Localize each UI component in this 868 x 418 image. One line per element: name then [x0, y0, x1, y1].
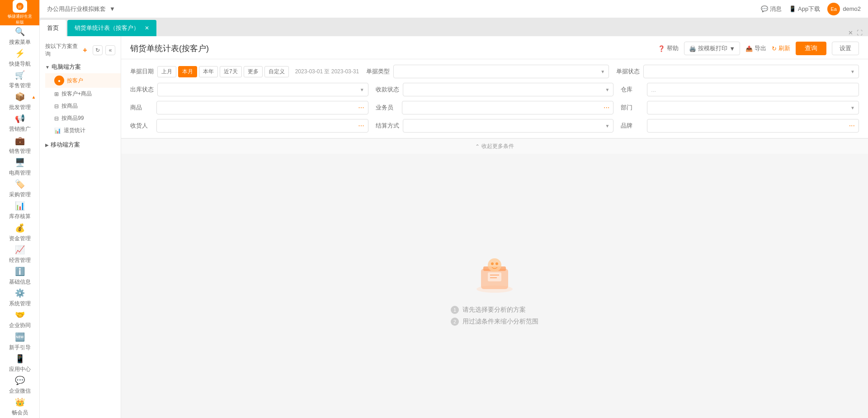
ecommerce-icon: 🖥️ — [15, 157, 25, 167]
sidebar-item-inventory[interactable]: 📊 库存核算 — [0, 200, 40, 222]
refresh-btn[interactable]: ↻ 刷新 — [772, 44, 790, 52]
date-btn-this-year[interactable]: 本年 — [199, 66, 218, 77]
goods-input[interactable]: ··· — [156, 101, 368, 114]
goods99-icon: ⊟ — [54, 115, 59, 122]
date-btn-last-7-days[interactable]: 近7天 — [220, 66, 242, 77]
date-btn-custom[interactable]: 自定义 — [264, 66, 289, 77]
tab-home-label: 首页 — [47, 24, 59, 32]
filter-warehouse-field: 仓库 ... — [621, 83, 859, 96]
date-btn-more[interactable]: 更多 — [244, 66, 263, 77]
template-print-btn[interactable]: 🖨️ 按模板打印 ▼ — [684, 42, 740, 55]
user-menu-btn[interactable]: Ea demo2 — [827, 3, 861, 15]
sidebar-item-wholesale[interactable]: 📦 批发管理 ▲ — [0, 91, 40, 113]
hint-text-1: 请先选择要分析的方案 — [462, 306, 526, 314]
operations-icon: 📈 — [15, 245, 25, 255]
sidebar-item-finance[interactable]: 💰 资金管理 — [0, 222, 40, 243]
tab-close-icon[interactable]: ✕ — [145, 25, 149, 31]
export-btn[interactable]: 📤 导出 — [745, 44, 766, 52]
help-btn[interactable]: ❓ 帮助 — [658, 44, 679, 52]
sidebar-label-marketing: 营销推广 — [9, 125, 31, 133]
tree-category-pc[interactable]: ▼ 电脑端方案 — [40, 61, 121, 73]
tab-sales-stat[interactable]: 销货单统计表（按客户） ✕ — [67, 20, 157, 36]
tree-item-return-stat[interactable]: 📊 退货统计 — [45, 124, 121, 137]
sidebar-item-ecommerce[interactable]: 🖥️ 电商管理 — [0, 156, 40, 178]
maximize-window-icon[interactable]: ⛶ — [857, 29, 863, 36]
doc-type-label: 单据类型 — [366, 67, 390, 76]
doc-type-input[interactable]: ▼ — [393, 65, 609, 78]
purchase-icon: 🏷️ — [15, 179, 25, 189]
sidebar-label-wechat: 企业微信 — [9, 387, 31, 395]
page-title-bar: 销货单统计表(按客户) ❓ 帮助 🖨️ 按模板打印 ▼ 📤 导出 — [121, 36, 868, 59]
date-btn-this-month[interactable]: 本月 — [178, 66, 197, 77]
filter-dept-field: 部门 ▼ — [621, 101, 859, 114]
settlement-input[interactable]: ▼ — [403, 119, 614, 133]
out-status-input[interactable]: ▼ — [157, 83, 368, 96]
filter-doc-type-field: 单据类型 ▼ — [366, 65, 609, 78]
logo-text: 畅捷通好生意 — [8, 14, 32, 19]
tree-item-by-customer[interactable]: ● 按客户 — [45, 73, 121, 88]
recipient-label: 收货人 — [130, 122, 153, 130]
add-plan-btn[interactable]: + — [80, 45, 90, 55]
sidebar-item-operations[interactable]: 📈 经营管理 — [0, 243, 40, 265]
brand-input[interactable]: ··· — [647, 119, 859, 133]
customer-dot-icon: ● — [58, 78, 61, 83]
tree-label-customer-goods: 按客户+商品 — [61, 90, 92, 98]
message-btn[interactable]: 💬 消息 — [761, 5, 782, 13]
date-btn-last-month[interactable]: 上月 — [157, 66, 176, 77]
receipt-status-input[interactable]: ▼ — [403, 83, 614, 96]
sidebar-item-wechat[interactable]: 💬 企业微信 — [0, 375, 40, 396]
recipient-input[interactable]: ··· — [156, 119, 368, 133]
tree-item-by-goods[interactable]: ⊟ 按商品 — [45, 100, 121, 112]
filter-recipient-field: 收货人 ··· — [130, 119, 368, 133]
sidebar-label-finance: 资金管理 — [9, 235, 31, 242]
sidebar-item-cooperation[interactable]: 🤝 企业协同 — [0, 309, 40, 331]
sidebar-item-basic-info[interactable]: ℹ️ 基础信息 — [0, 265, 40, 287]
doc-status-input[interactable]: ▼ — [643, 65, 859, 78]
warehouse-placeholder: ... — [651, 86, 656, 93]
sidebar-item-marketing[interactable]: 📢 营销推广 — [0, 113, 40, 134]
sidebar-item-sales[interactable]: 💼 销售管理 — [0, 134, 40, 156]
dept-input[interactable]: ▼ — [647, 101, 859, 114]
print-icon: 🖨️ — [689, 45, 696, 52]
breadcrumb-dropdown-icon[interactable]: ▼ — [109, 5, 115, 12]
svg-text:好: 好 — [18, 5, 22, 9]
filter-row-4: 收货人 ··· 结算方式 ▼ 品牌 — [130, 119, 859, 133]
staff-input[interactable]: ··· — [402, 101, 614, 114]
query-button[interactable]: 查询 — [796, 42, 826, 55]
tab-home[interactable]: 首页 — [40, 20, 66, 36]
settings-button[interactable]: 设置 — [832, 42, 859, 55]
warehouse-input[interactable]: ... — [647, 83, 859, 96]
sidebar-item-retail[interactable]: 🛒 零售管理 — [0, 69, 40, 90]
svg-point-6 — [491, 262, 494, 265]
app-logo[interactable]: 好 畅捷通好生意 标版 — [0, 0, 40, 25]
sidebar-label-wholesale: 批发管理 — [9, 104, 31, 111]
collapse-up-icon: ⌃ — [475, 143, 480, 150]
tree-item-customer-goods[interactable]: ⊞ 按客户+商品 — [45, 88, 121, 100]
collapse-bar[interactable]: ⌃ 收起更多条件 — [121, 138, 868, 154]
sidebar-item-member[interactable]: 👑 畅会员 — [0, 396, 40, 418]
collapse-panel-btn[interactable]: « — [105, 45, 115, 55]
sidebar-item-quick-nav[interactable]: ⚡ 快捷导航 — [0, 47, 40, 69]
goods-dots-icon[interactable]: ··· — [358, 104, 364, 112]
tree-item-goods99[interactable]: ⊟ 按商品99 — [45, 112, 121, 124]
window-controls: ✕ ⛶ — [843, 29, 868, 36]
avatar: Ea — [827, 3, 840, 15]
sidebar-item-newbie[interactable]: 🆕 新手引导 — [0, 331, 40, 352]
sidebar-item-search-menu[interactable]: 🔍 搜索菜单 — [0, 25, 40, 47]
export-icon: 📤 — [745, 45, 753, 52]
close-window-icon[interactable]: ✕ — [848, 29, 853, 36]
right-content: 销货单统计表(按客户) ❓ 帮助 🖨️ 按模板打印 ▼ 📤 导出 — [121, 36, 868, 418]
staff-dots-icon[interactable]: ··· — [604, 104, 609, 112]
tree-category-mobile[interactable]: ▶ 移动端方案 — [40, 138, 121, 151]
customer-active-dot: ● — [54, 76, 64, 86]
brand-dots-icon[interactable]: ··· — [849, 122, 855, 130]
refresh-plan-btn[interactable]: ↻ — [93, 45, 103, 55]
app-download-btn[interactable]: 📱 App下载 — [789, 5, 820, 13]
recipient-dots-icon[interactable]: ··· — [358, 122, 364, 130]
sidebar-item-system[interactable]: ⚙️ 系统管理 — [0, 287, 40, 309]
brand-label: 品牌 — [621, 122, 643, 130]
sidebar-label-cooperation: 企业协同 — [9, 322, 31, 329]
sidebar-item-app-center[interactable]: 📱 应用中心 — [0, 352, 40, 374]
sidebar-label-system: 系统管理 — [9, 300, 31, 308]
sidebar-item-purchase[interactable]: 🏷️ 采购管理 — [0, 178, 40, 200]
